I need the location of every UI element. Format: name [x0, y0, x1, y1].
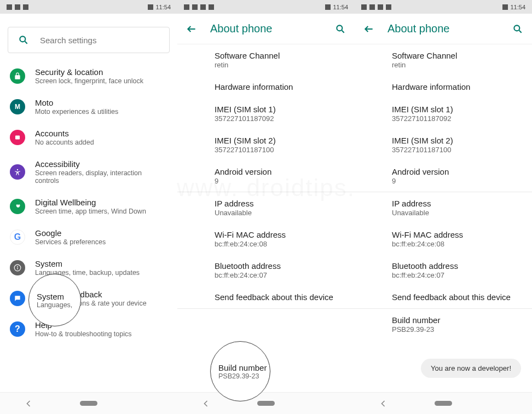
battery-icon: [325, 4, 331, 10]
feedback-icon: [10, 291, 25, 306]
about-item[interactable]: Software Channelretin: [215, 44, 348, 76]
about-title: Hardware information: [215, 82, 348, 91]
battery-icon: [502, 4, 508, 10]
search-icon: [18, 34, 29, 45]
search-box[interactable]: [8, 27, 170, 53]
about-item[interactable]: IMEI (SIM slot 1)357227101187092: [215, 98, 348, 129]
status-icon: [7, 4, 12, 10]
about-list: Software ChannelretinHardware informatio…: [355, 44, 532, 392]
about-item[interactable]: Hardware information: [392, 76, 525, 98]
wellbeing-icon: [10, 199, 25, 214]
status-bar: 11:54: [0, 0, 177, 14]
about-phone-screen-1: 11:54 About phone Software ChannelretinH…: [177, 0, 355, 414]
about-item[interactable]: Wi-Fi MAC addressbc:ff:eb:24:ce:08: [215, 223, 348, 255]
about-title: Software Channel: [392, 51, 525, 60]
about-item[interactable]: Bluetooth addressbc:ff:eb:24:ce:07: [215, 255, 348, 286]
about-sub: 357227101187092: [392, 114, 525, 123]
item-title: Security & location: [35, 67, 167, 77]
about-item[interactable]: IMEI (SIM slot 2)357227101187100: [215, 129, 348, 160]
about-item[interactable]: Wi-Fi MAC addressbc:ff:eb:24:ce:08: [392, 223, 525, 255]
about-title: Wi-Fi MAC address: [392, 230, 525, 239]
toast-text: You are now a developer!: [431, 364, 511, 372]
about-sub: bc:ff:eb:24:ce:07: [392, 271, 525, 279]
about-sub: 9: [392, 177, 525, 185]
item-sub: Moto experiences & utilities: [35, 108, 167, 116]
status-icon: [369, 4, 375, 10]
toolbar-title: About phone: [388, 22, 499, 35]
about-title: Send feedback about this device: [392, 292, 525, 302]
about-sub: bc:ff:eb:24:ce:07: [215, 271, 348, 279]
about-item[interactable]: Build numberPSB29.39-23: [392, 309, 525, 340]
about-item[interactable]: Android version9: [392, 160, 525, 192]
info-icon: [10, 260, 25, 275]
about-item[interactable]: IP addressUnavailable: [215, 192, 348, 223]
status-time: 11:54: [333, 4, 348, 10]
about-item[interactable]: Android version9: [215, 160, 348, 192]
svg-point-11: [514, 25, 519, 31]
about-sub: 357227101187100: [392, 146, 525, 154]
settings-item-security[interactable]: Security & locationScreen lock, fingerpr…: [0, 61, 177, 91]
search-icon[interactable]: [335, 24, 346, 34]
svg-rect-6: [17, 267, 18, 269]
about-title: IP address: [392, 199, 525, 208]
search-input[interactable]: [40, 36, 159, 45]
nav-back-icon[interactable]: [200, 398, 211, 409]
about-item[interactable]: Send feedback about this device: [215, 286, 348, 308]
about-item[interactable]: Bluetooth addressbc:ff:eb:24:ce:07: [392, 255, 525, 286]
nav-home-pill[interactable]: [257, 401, 275, 406]
nav-home-pill[interactable]: [435, 401, 452, 406]
nav-back-icon[interactable]: [378, 398, 389, 409]
item-sub: Screen readers, display, interaction con…: [35, 169, 167, 185]
status-icon: [378, 4, 383, 10]
settings-item-accessibility[interactable]: AccessibilityScreen readers, display, in…: [0, 153, 177, 191]
account-icon: [10, 130, 25, 145]
about-list: Software ChannelretinHardware informatio…: [177, 44, 355, 392]
item-sub: How-to & troubleshooting topics: [35, 330, 167, 338]
status-time: 11:54: [155, 4, 171, 10]
svg-rect-2: [15, 136, 20, 140]
settings-item-system[interactable]: SystemLanguages, time, backup, updates: [0, 252, 177, 283]
back-icon[interactable]: [363, 24, 374, 34]
search-icon[interactable]: [512, 24, 523, 34]
circle-title: Build number: [218, 363, 270, 372]
google-icon: G: [10, 229, 25, 245]
settings-item-accounts[interactable]: AccountsNo accounts added: [0, 122, 177, 153]
lock-icon: [10, 68, 25, 84]
settings-list: Security & locationScreen lock, fingerpr…: [0, 61, 177, 392]
status-time: 11:54: [510, 4, 525, 10]
item-title: Moto: [35, 98, 167, 107]
about-title: Build number: [392, 315, 525, 325]
settings-item-wellbeing[interactable]: Digital WellbeingScreen time, app timers…: [0, 191, 177, 222]
about-item[interactable]: IMEI (SIM slot 1)357227101187092: [392, 98, 525, 129]
settings-item-google[interactable]: G GoogleServices & preferences: [0, 222, 177, 252]
settings-item-help[interactable]: ? HelpHow-to & troubleshooting topics: [0, 314, 177, 344]
toolbar: About phone: [177, 14, 355, 44]
svg-line-12: [519, 30, 522, 32]
about-sub: PSB29.39-23: [392, 325, 525, 334]
settings-screen: 11:54 Security & locationScreen lock, fi…: [0, 0, 177, 414]
about-item[interactable]: Software Channelretin: [392, 44, 525, 76]
status-icon: [184, 4, 189, 10]
svg-point-3: [17, 169, 18, 170]
status-icon: [15, 4, 20, 10]
about-title: Send feedback about this device: [215, 292, 348, 302]
help-icon: ?: [10, 321, 25, 337]
nav-back-icon[interactable]: [23, 398, 34, 409]
item-title: Accounts: [35, 129, 167, 138]
nav-bar: [177, 392, 355, 414]
item-title: System: [35, 259, 167, 268]
about-item[interactable]: Hardware information: [215, 76, 348, 98]
nav-home-pill[interactable]: [80, 401, 97, 406]
settings-item-moto[interactable]: M MotoMoto experiences & utilities: [0, 91, 177, 122]
about-title: IMEI (SIM slot 2): [392, 136, 525, 145]
about-sub: bc:ff:eb:24:ce:08: [392, 240, 525, 248]
about-item[interactable]: IMEI (SIM slot 2)357227101187100: [392, 129, 525, 160]
item-sub: Services & preferences: [35, 238, 167, 246]
back-icon[interactable]: [186, 24, 197, 34]
settings-item-feedback[interactable]: Rating & feedbackSend suggestions & rate…: [0, 283, 177, 314]
about-item[interactable]: IP addressUnavailable: [392, 192, 525, 223]
about-title: Software Channel: [215, 51, 348, 60]
about-item[interactable]: Send feedback about this device: [392, 286, 525, 308]
toolbar-title: About phone: [210, 22, 322, 35]
highlight-circle-build: Build number PSB29.39-23: [210, 341, 270, 401]
